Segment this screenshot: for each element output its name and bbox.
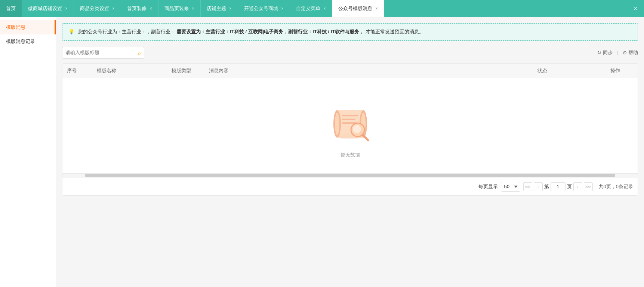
current-page-input[interactable] [551,182,566,191]
th-status: 状态 [533,64,593,78]
th-content: 消息内容 [204,64,533,78]
data-table: 序号 模版名称 模版类型 消息内容 状态 操作 [62,63,638,196]
tab-category-settings[interactable]: 商品分类设置 × [74,0,121,17]
close-all-tabs-button[interactable]: × [627,0,644,17]
toolbar-right: ↻ 同步 | ⊙ 帮助 [597,49,638,56]
total-text: 共0页，0条记录 [599,183,633,190]
pagination-row: 每页显示 50 20 100 ⋘ ‹ 第 页 › ⋙ 共0页，0条记录 [62,178,638,195]
sidebar: 模版消息 模版消息记录 [0,17,56,287]
next-page-button[interactable]: › [573,182,582,191]
horizontal-scrollbar[interactable] [62,173,638,178]
tab-custom-menu[interactable]: 自定义菜单 × [290,0,332,17]
help-icon: ⊙ [623,50,627,55]
svg-rect-6 [342,115,358,116]
close-tab-product-decor[interactable]: × [192,6,194,11]
top-nav: 首页 微商城店铺设置 × 商品分类设置 × 首页装修 × 商品页装修 × 店铺主… [0,0,644,17]
page-navigation: ⋘ ‹ 第 页 › ⋙ [523,182,593,191]
sync-button[interactable]: ↻ 同步 [597,49,613,56]
help-button[interactable]: ⊙ 帮助 [623,49,638,56]
page-size-label: 每页显示 [478,183,498,190]
notice-suffix: 才能正常发送预置的消息。 [366,29,424,34]
svg-point-10 [353,125,361,133]
th-name: 模版名称 [92,64,167,78]
tab-home[interactable]: 首页 [0,0,22,17]
first-page-button[interactable]: ⋘ [523,182,532,191]
close-tab-shop-settings[interactable]: × [65,6,68,11]
close-tab-category-settings[interactable]: × [112,6,115,11]
scrollbar-thumb[interactable] [85,174,615,177]
search-icon[interactable]: ⌕ [138,50,141,56]
close-tab-home-decor[interactable]: × [150,6,152,11]
sidebar-item-template-msg[interactable]: 模版消息 [0,20,56,34]
close-tab-custom-menu[interactable]: × [323,6,326,11]
page-size-select[interactable]: 50 20 100 [501,182,520,192]
search-box: ⌕ [62,47,144,59]
empty-text: 暂无数据 [341,152,360,158]
page-label-suf: 页 [567,183,572,190]
notice-box: 💡 您的公众号行业为：主营行业：，副营行业： 需要设置为：主营行业：IT科技 /… [62,23,638,41]
tab-template-msg[interactable]: 公众号模版消息 × [332,0,384,17]
close-tab-open-mall[interactable]: × [281,6,284,11]
tab-shop-settings[interactable]: 微商城店铺设置 × [22,0,74,17]
th-type: 模版类型 [167,64,204,78]
notice-icon: 💡 [68,29,74,34]
th-seq: 序号 [62,64,92,78]
tab-store-theme[interactable]: 店铺主题 × [201,0,238,17]
search-input[interactable] [65,50,138,55]
divider: | [617,50,618,55]
svg-point-3 [335,113,339,135]
svg-rect-7 [342,119,355,120]
main-layout: 模版消息 模版消息记录 💡 您的公众号行业为：主营行业：，副营行业： 需要设置为… [0,17,644,287]
close-tab-template-msg[interactable]: × [375,6,378,11]
last-page-button[interactable]: ⋙ [584,182,593,191]
th-action: 操作 [593,64,638,78]
toolbar-row: ⌕ ↻ 同步 | ⊙ 帮助 [62,47,638,59]
close-tab-store-theme[interactable]: × [229,6,232,11]
empty-state: 暂无数据 [62,78,638,173]
prev-page-button[interactable]: ‹ [534,182,543,191]
notice-highlight: 需要设置为：主营行业：IT科技 / 互联网|电子商务，副营行业：IT科技 / I… [176,29,364,34]
tab-home-decor[interactable]: 首页装修 × [121,0,158,17]
tab-product-decor[interactable]: 商品页装修 × [158,0,201,17]
sync-icon: ↻ [597,50,601,55]
empty-icon [328,101,373,146]
notice-prefix: 您的公众号行业为：主营行业：，副营行业： [78,29,175,34]
sidebar-item-template-msg-record[interactable]: 模版消息记录 [0,34,56,49]
tab-open-mall[interactable]: 开通公众号商城 × [238,0,290,17]
content-area: 💡 您的公众号行业为：主营行业：，副营行业： 需要设置为：主营行业：IT科技 /… [56,17,644,287]
table-header: 序号 模版名称 模版类型 消息内容 状态 操作 [62,64,638,78]
page-label-pre: 第 [544,183,549,190]
